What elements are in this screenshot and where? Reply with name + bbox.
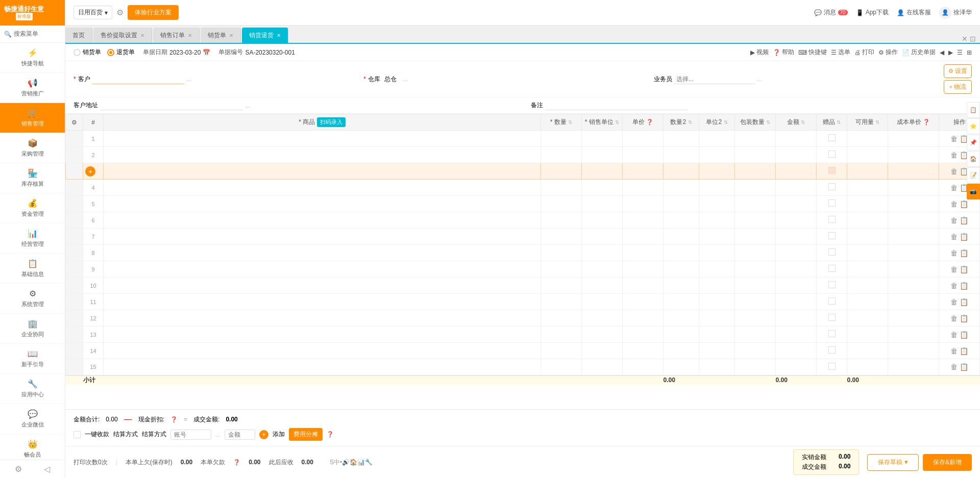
- delete-row-btn[interactable]: 🗑: [950, 167, 958, 175]
- app-download-btn[interactable]: 📱 App下载: [856, 8, 889, 17]
- row-price[interactable]: [623, 245, 664, 261]
- copy-row-btn[interactable]: 📋: [960, 265, 968, 273]
- row-price[interactable]: [623, 180, 664, 196]
- row-qty2[interactable]: [664, 245, 699, 261]
- delete-row-btn[interactable]: 🗑: [950, 314, 958, 322]
- warehouse-dots[interactable]: ...: [403, 76, 408, 83]
- row-cost[interactable]: [888, 180, 939, 196]
- setting-btn[interactable]: ⚙ 设置: [944, 64, 972, 78]
- row-goods[interactable]: [104, 131, 541, 147]
- close-tab-btn[interactable]: ✕: [962, 35, 968, 43]
- copy-row-btn[interactable]: 📋: [960, 363, 968, 371]
- row-qty2[interactable]: [664, 294, 699, 310]
- sidebar-item-purchase[interactable]: 📦 采购管理: [0, 133, 65, 163]
- row-cost[interactable]: [888, 359, 939, 375]
- add-payment-btn[interactable]: +: [259, 430, 268, 439]
- row-amount[interactable]: [776, 294, 817, 310]
- delete-row-btn[interactable]: 🗑: [950, 363, 958, 371]
- row-amount[interactable]: [776, 326, 817, 343]
- doc-no-value[interactable]: SA-20230320-001: [245, 49, 295, 56]
- print-btn[interactable]: 🖨 打印: [854, 48, 874, 57]
- delete-row-btn[interactable]: 🗑: [950, 331, 958, 339]
- row-avail[interactable]: [847, 212, 888, 229]
- row-qty2[interactable]: [664, 229, 699, 245]
- row-avail[interactable]: [847, 310, 888, 326]
- copy-row-btn[interactable]: 📋: [960, 314, 968, 322]
- select-btn[interactable]: ☰ 选单: [831, 48, 850, 57]
- row-qty2[interactable]: [664, 359, 699, 375]
- delete-row-btn[interactable]: 🗑: [950, 347, 958, 355]
- row-unit2[interactable]: [699, 343, 735, 359]
- row-cost[interactable]: [888, 261, 939, 278]
- row-unit2[interactable]: [699, 294, 735, 310]
- sidebar-item-inventory[interactable]: 🏪 库存核算: [0, 163, 65, 193]
- row-unit2[interactable]: [699, 163, 735, 180]
- gift-checkbox[interactable]: [828, 183, 836, 190]
- row-amount[interactable]: [776, 359, 817, 375]
- row-goods[interactable]: [104, 196, 541, 212]
- copy-row-btn[interactable]: 📋: [960, 347, 968, 355]
- th-gear[interactable]: ⚙: [66, 114, 83, 131]
- row-cost[interactable]: [888, 278, 939, 294]
- right-float-pin[interactable]: 📌: [967, 135, 980, 150]
- row-qty[interactable]: [541, 212, 582, 229]
- row-avail[interactable]: [847, 359, 888, 375]
- row-qty[interactable]: [541, 229, 582, 245]
- user-avatar[interactable]: 👤 徐泽华: [939, 7, 972, 19]
- row-avail[interactable]: [847, 261, 888, 278]
- one-click-checkbox[interactable]: [74, 431, 81, 438]
- tab-sales-order[interactable]: 销售订单 ✕: [153, 28, 200, 43]
- row-price[interactable]: [623, 326, 664, 343]
- sidebar-item-enterprise[interactable]: 🏢 企业协同: [0, 314, 65, 344]
- row-gift[interactable]: [817, 212, 847, 229]
- category-select[interactable]: 日用百货 ▾: [74, 6, 112, 19]
- copy-row-btn[interactable]: 📋: [960, 216, 968, 224]
- copy-row-btn[interactable]: 📋: [960, 282, 968, 290]
- salesperson-input[interactable]: [674, 74, 755, 84]
- row-gift[interactable]: [817, 229, 847, 245]
- delete-row-btn[interactable]: 🗑: [950, 216, 958, 224]
- row-unit[interactable]: [582, 131, 623, 147]
- history-btn[interactable]: 📄 历史单据: [902, 48, 936, 57]
- delete-row-btn[interactable]: 🗑: [950, 233, 958, 241]
- tab-home[interactable]: 首页: [65, 28, 92, 43]
- gift-checkbox[interactable]: [828, 150, 836, 158]
- sidebar-item-member[interactable]: 👑 畅会员: [0, 434, 65, 460]
- sidebar-item-marketing[interactable]: 📢 营销推广: [0, 73, 65, 103]
- row-amount[interactable]: [776, 196, 817, 212]
- row-cost[interactable]: [888, 310, 939, 326]
- add-row-btn[interactable]: +: [85, 166, 95, 177]
- row-unit[interactable]: [582, 359, 623, 375]
- row-cost[interactable]: [888, 294, 939, 310]
- settings-footer-btn[interactable]: ⚙: [15, 464, 22, 474]
- radio-sale[interactable]: 销货单: [74, 48, 101, 57]
- address-dots[interactable]: ...: [245, 102, 250, 109]
- row-unit[interactable]: [582, 278, 623, 294]
- row-gift[interactable]: [817, 326, 847, 343]
- delete-row-btn[interactable]: 🗑: [950, 298, 958, 306]
- sidebar-item-sales[interactable]: 🛒 销售管理: [0, 103, 65, 133]
- row-unit[interactable]: [582, 212, 623, 229]
- row-gift[interactable]: [817, 294, 847, 310]
- row-avail[interactable]: [847, 229, 888, 245]
- row-gift[interactable]: [817, 131, 847, 147]
- sidebar-item-guide[interactable]: 📖 新手引导: [0, 344, 65, 374]
- row-qty[interactable]: [541, 278, 582, 294]
- topbar-gear-icon[interactable]: ⚙: [116, 8, 124, 17]
- row-avail[interactable]: [847, 147, 888, 163]
- row-cost[interactable]: [888, 343, 939, 359]
- row-gift[interactable]: [817, 310, 847, 326]
- row-pkg[interactable]: [735, 163, 776, 180]
- row-unit[interactable]: [582, 147, 623, 163]
- account-input[interactable]: [170, 430, 211, 440]
- sidebar-item-system[interactable]: ⚙ 系统管理: [0, 284, 65, 314]
- row-unit[interactable]: [582, 261, 623, 278]
- gift-checkbox[interactable]: [828, 314, 836, 321]
- delete-row-btn[interactable]: 🗑: [950, 200, 958, 208]
- row-goods[interactable]: [104, 343, 541, 359]
- save-draft-btn[interactable]: 保存草稿 ▾: [867, 454, 919, 471]
- row-qty[interactable]: [541, 196, 582, 212]
- row-unit[interactable]: [582, 310, 623, 326]
- row-pkg[interactable]: [735, 326, 776, 343]
- row-goods[interactable]: [104, 147, 541, 163]
